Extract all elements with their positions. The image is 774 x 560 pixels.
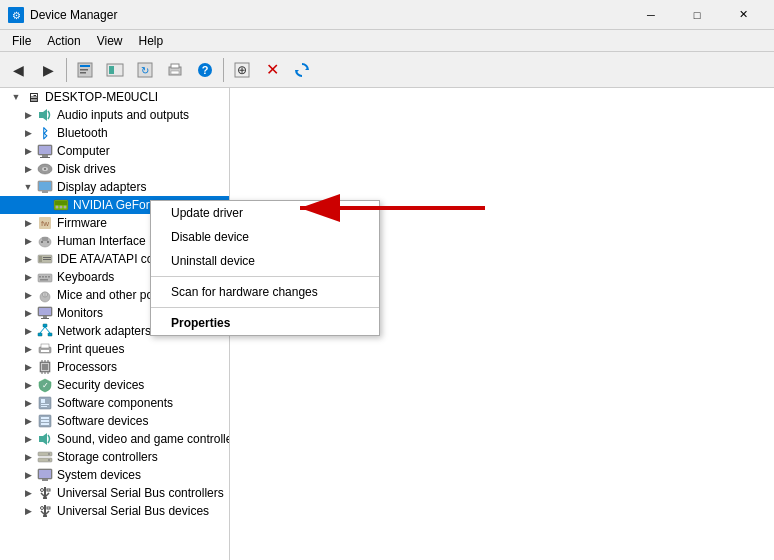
svg-text:↻: ↻ [141, 65, 149, 76]
network-expand[interactable]: ▶ [20, 326, 36, 336]
tree-audio[interactable]: ▶ Audio inputs and outputs [0, 106, 229, 124]
svg-rect-47 [42, 276, 44, 278]
close-button[interactable]: ✕ [720, 0, 766, 30]
tree-root[interactable]: ▼ 🖥 DESKTOP-ME0UCLI [0, 88, 229, 106]
svg-rect-46 [39, 276, 41, 278]
ctx-update-driver[interactable]: Update driver [151, 201, 379, 225]
print-icon [36, 340, 54, 358]
tree-system[interactable]: ▶ System devices [0, 466, 229, 484]
menu-file[interactable]: File [4, 32, 39, 50]
menu-help[interactable]: Help [131, 32, 172, 50]
help-button[interactable]: ? [191, 56, 219, 84]
hid-expand[interactable]: ▶ [20, 236, 36, 246]
maximize-button[interactable]: □ [674, 0, 720, 30]
svg-rect-31 [55, 201, 67, 205]
tree-sw-devices[interactable]: ▶ Software devices [0, 412, 229, 430]
usb-ctrl-expand[interactable]: ▶ [20, 488, 36, 498]
tree-storage[interactable]: ▶ Storage controllers [0, 448, 229, 466]
monitors-icon [36, 304, 54, 322]
svg-rect-5 [80, 72, 86, 74]
computer-expand[interactable]: ▶ [20, 146, 36, 156]
audio-expand[interactable]: ▶ [20, 110, 36, 120]
svg-rect-3 [80, 65, 90, 67]
tree-disk[interactable]: ▶ Disk drives [0, 160, 229, 178]
minimize-button[interactable]: ─ [628, 0, 674, 30]
svg-rect-60 [48, 333, 52, 336]
processors-expand[interactable]: ▶ [20, 362, 36, 372]
security-expand[interactable]: ▶ [20, 380, 36, 390]
svg-point-40 [47, 241, 49, 243]
usb-dev-expand[interactable]: ▶ [20, 506, 36, 516]
print-label: Print queues [57, 342, 124, 356]
svg-rect-83 [41, 423, 49, 425]
ctx-uninstall-device[interactable]: Uninstall device [151, 249, 379, 273]
svg-rect-56 [43, 316, 47, 318]
svg-rect-12 [171, 71, 179, 74]
tree-usb-dev[interactable]: ▶ Universal Serial Bus devices [0, 502, 229, 520]
svg-text:fw: fw [41, 219, 49, 228]
show-hidden-button[interactable] [101, 56, 129, 84]
ctx-scan-changes[interactable]: Scan for hardware changes [151, 280, 379, 304]
tree-processors[interactable]: ▶ Processors [0, 358, 229, 376]
display-expand[interactable]: ▼ [20, 182, 36, 192]
svg-rect-28 [39, 182, 51, 190]
svg-rect-42 [39, 256, 42, 262]
gpu-icon [52, 196, 70, 214]
svg-rect-57 [41, 318, 49, 319]
storage-expand[interactable]: ▶ [20, 452, 36, 462]
properties-button[interactable] [71, 56, 99, 84]
gpu-expand [36, 200, 52, 210]
ide-expand[interactable]: ▶ [20, 254, 36, 264]
sound-icon [36, 430, 54, 448]
remove-button[interactable]: ✕ [258, 56, 286, 84]
monitors-expand[interactable]: ▶ [20, 308, 36, 318]
ctx-properties[interactable]: Properties [151, 311, 379, 335]
menu-action[interactable]: Action [39, 32, 88, 50]
svg-rect-93 [47, 489, 50, 491]
scan-button[interactable]: ⊕ [228, 56, 256, 84]
titlebar: ⚙ Device Manager ─ □ ✕ [0, 0, 774, 30]
system-expand[interactable]: ▶ [20, 470, 36, 480]
root-expand[interactable]: ▼ [8, 92, 24, 102]
sw-components-expand[interactable]: ▶ [20, 398, 36, 408]
root-icon: 🖥 [24, 88, 42, 106]
forward-button[interactable]: ▶ [34, 56, 62, 84]
svg-point-32 [56, 206, 59, 209]
bluetooth-expand[interactable]: ▶ [20, 128, 36, 138]
tree-security[interactable]: ▶ ✓ Security devices [0, 376, 229, 394]
usb-ctrl-icon [36, 484, 54, 502]
keyboards-expand[interactable]: ▶ [20, 272, 36, 282]
tree-print[interactable]: ▶ Print queues [0, 340, 229, 358]
ctx-disable-device[interactable]: Disable device [151, 225, 379, 249]
svg-point-95 [41, 507, 44, 510]
menubar: File Action View Help [0, 30, 774, 52]
tree-display-adapters[interactable]: ▼ Display adapters [0, 178, 229, 196]
svg-rect-68 [42, 364, 48, 370]
print-button[interactable] [161, 56, 189, 84]
tree-usb-ctrl[interactable]: ▶ Universal Serial Bus controllers [0, 484, 229, 502]
root-label: DESKTOP-ME0UCLI [45, 90, 158, 104]
svg-rect-29 [42, 191, 48, 193]
tree-sw-components[interactable]: ▶ Software components [0, 394, 229, 412]
print-expand[interactable]: ▶ [20, 344, 36, 354]
tree-computer[interactable]: ▶ Computer [0, 142, 229, 160]
toolbar-sep2 [223, 58, 224, 82]
svg-rect-7 [109, 66, 114, 74]
sw-devices-expand[interactable]: ▶ [20, 416, 36, 426]
menu-view[interactable]: View [89, 32, 131, 50]
sound-expand[interactable]: ▶ [20, 434, 36, 444]
svg-rect-11 [171, 64, 179, 68]
toolbar: ◀ ▶ ↻ ? ⊕ ✕ [0, 52, 774, 88]
mice-expand[interactable]: ▶ [20, 290, 36, 300]
firmware-expand[interactable]: ▶ [20, 218, 36, 228]
processors-icon [36, 358, 54, 376]
tree-bluetooth[interactable]: ▶ ᛒ Bluetooth [0, 124, 229, 142]
display-label: Display adapters [57, 180, 146, 194]
disk-expand[interactable]: ▶ [20, 164, 36, 174]
svg-point-34 [64, 206, 67, 209]
svg-rect-90 [39, 470, 51, 478]
back-button[interactable]: ◀ [4, 56, 32, 84]
refresh-button[interactable] [288, 56, 316, 84]
tree-sound[interactable]: ▶ Sound, video and game controllers [0, 430, 229, 448]
update-button[interactable]: ↻ [131, 56, 159, 84]
